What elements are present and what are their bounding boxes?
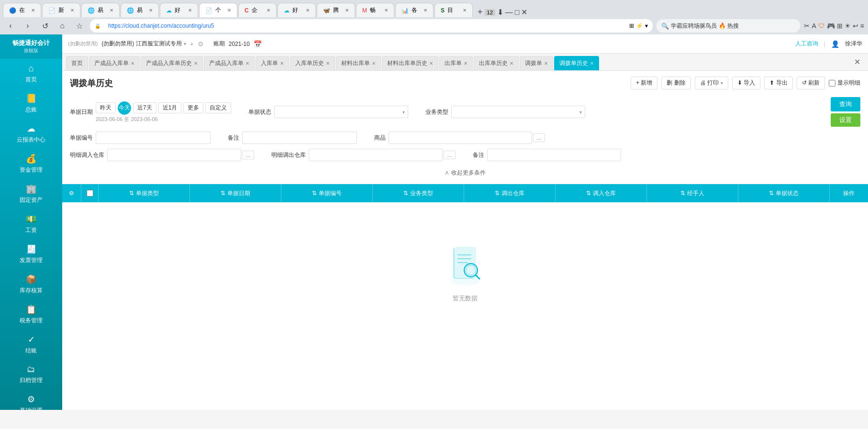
sidebar-item-fund[interactable]: 💰 资金管理: [0, 149, 62, 179]
home-btn[interactable]: ⌂: [56, 19, 69, 33]
add-company-btn[interactable]: +: [190, 40, 194, 48]
lightning-icon[interactable]: ⚡: [636, 22, 643, 29]
th-out-warehouse[interactable]: ⇅ 调出仓库: [464, 184, 556, 202]
browser-tab-active[interactable]: 📄 个 ✕: [199, 3, 237, 17]
reload-btn[interactable]: ↺: [38, 19, 52, 33]
page-tab-close-transfer-history[interactable]: ✕: [590, 61, 594, 66]
page-tab-close-product-in2[interactable]: ✕: [245, 61, 249, 66]
page-tab-transfer[interactable]: 调拨单 ✕: [520, 56, 553, 70]
tab-close-4[interactable]: ✕: [149, 8, 153, 13]
page-tab-product-in[interactable]: 产成品入库单 ✕: [89, 56, 140, 70]
tab-close-7[interactable]: ✕: [267, 8, 270, 13]
calendar-icon[interactable]: 📅: [254, 40, 262, 48]
shield-icon[interactable]: 🛡: [818, 22, 825, 30]
th-handler[interactable]: ⇅ 经手人: [647, 184, 738, 202]
page-tab-close-product-in[interactable]: ✕: [131, 61, 134, 66]
grid-icon[interactable]: ⊞: [837, 22, 843, 30]
page-tab-out-history[interactable]: 出库单历史 ✕: [474, 56, 519, 70]
sidebar-item-home[interactable]: ⌂ 首页: [0, 59, 62, 88]
sidebar-item-archive[interactable]: 🗂 归档管理: [0, 360, 62, 389]
th-doc-date[interactable]: ⇅ 单据日期: [190, 184, 281, 202]
page-tab-product-in-history[interactable]: 产成品入库单历史 ✕: [141, 56, 203, 70]
page-tab-close-transfer[interactable]: ✕: [544, 61, 548, 66]
browser-tab-3[interactable]: 🌐 易 ✕: [81, 3, 120, 17]
date-btn-more[interactable]: 更多: [183, 102, 203, 113]
close-btn[interactable]: ✕: [521, 8, 527, 17]
tab-count[interactable]: 12: [485, 9, 495, 16]
th-checkbox[interactable]: [81, 184, 99, 202]
page-tab-close-receipt[interactable]: ✕: [280, 61, 284, 66]
page-tab-out[interactable]: 出库单 ✕: [439, 56, 473, 70]
detail-out-more-btn[interactable]: …: [444, 151, 456, 159]
business-select[interactable]: ▾: [451, 106, 585, 118]
sidebar-item-fixed-assets[interactable]: 🏢 固定资产: [0, 179, 62, 209]
browser-tab-4[interactable]: 🌐 易 ✕: [121, 3, 159, 17]
page-tab-receipt[interactable]: 入库单 ✕: [256, 56, 289, 70]
detail-in-input[interactable]: [107, 149, 241, 161]
sidebar-item-settings[interactable]: ⚙ 基础设置: [0, 389, 62, 410]
remark2-input[interactable]: [487, 149, 621, 161]
sidebar-item-invoice[interactable]: 🧾 发票管理: [0, 239, 62, 269]
export-btn[interactable]: ⬆ 导出: [764, 77, 792, 89]
goods-input[interactable]: [389, 132, 532, 144]
downloads-icon[interactable]: ⬇: [497, 8, 503, 17]
tab-close-5[interactable]: ✕: [188, 8, 192, 13]
tab-close-8[interactable]: ✕: [306, 8, 310, 13]
tab-close-1[interactable]: ✕: [31, 8, 35, 13]
query-btn[interactable]: 查询: [831, 97, 860, 111]
display-toggle[interactable]: 显示明细: [829, 79, 860, 87]
detail-in-more-btn[interactable]: …: [242, 151, 254, 159]
page-tab-receipt-history[interactable]: 入库单历史 ✕: [290, 56, 335, 70]
browser-tab-9[interactable]: 🦋 腾 ✕: [317, 3, 355, 17]
tab-close-11[interactable]: ✕: [423, 8, 427, 13]
import-btn[interactable]: ⬇ 导入: [732, 77, 760, 89]
sidebar-item-ledger[interactable]: 📒 总账: [0, 88, 62, 119]
forward-btn[interactable]: ›: [21, 19, 34, 33]
tab-close-10[interactable]: ✕: [384, 8, 388, 13]
tab-close-3[interactable]: ✕: [110, 8, 113, 13]
date-btn-custom[interactable]: 自定义: [205, 102, 231, 113]
address-bar-container[interactable]: 🔒 ⊞ ⚡ ▾: [90, 19, 653, 33]
display-checkbox[interactable]: [829, 80, 835, 87]
tab-close-9[interactable]: ✕: [345, 8, 349, 13]
sidebar-item-payroll[interactable]: 💵 工资: [0, 209, 62, 239]
page-tab-close-receipt-history[interactable]: ✕: [326, 61, 330, 66]
sidebar-item-cloud-report[interactable]: ☁ 云报表中心: [0, 119, 62, 149]
print-btn[interactable]: 🖨 打印 ▾: [695, 77, 728, 89]
date-btn-yesterday[interactable]: 昨天: [96, 102, 116, 113]
browser-tab-8[interactable]: ☁ 好 ✕: [278, 3, 316, 17]
set-btn[interactable]: 设置: [831, 113, 860, 127]
date-btn-today[interactable]: 今天: [118, 101, 131, 115]
scissors-icon[interactable]: ✂: [804, 22, 810, 30]
browser-tab-2[interactable]: 📄 新 ✕: [42, 3, 80, 17]
remark-input[interactable]: [242, 132, 357, 144]
page-tab-close-out[interactable]: ✕: [464, 61, 467, 66]
undo-icon[interactable]: ↩: [853, 22, 858, 30]
new-btn[interactable]: + 新增: [631, 77, 657, 89]
page-tab-close-material-out[interactable]: ✕: [372, 61, 376, 66]
tab-close-12[interactable]: ✕: [463, 8, 467, 13]
game-icon[interactable]: 🎮: [827, 22, 835, 30]
maximize-btn[interactable]: □: [515, 8, 520, 17]
date-btn-1month[interactable]: 近1月: [158, 102, 182, 113]
translate-icon[interactable]: A: [812, 22, 816, 30]
page-tab-product-in2[interactable]: 产成品入库单 ✕: [204, 56, 255, 70]
refresh-btn[interactable]: ↺ 刷新: [797, 77, 825, 89]
page-tab-close-out-history[interactable]: ✕: [510, 61, 513, 66]
company-settings-icon[interactable]: ⚙: [198, 40, 204, 48]
dropdown-icon[interactable]: ▾: [645, 22, 648, 29]
goods-more-btn[interactable]: …: [533, 133, 545, 142]
page-tab-home[interactable]: 首页: [66, 56, 88, 70]
browser-tab-10[interactable]: M 畅 ✕: [356, 3, 394, 17]
browser-tab-7[interactable]: C 企 ✕: [238, 3, 277, 17]
tab-close-2[interactable]: ✕: [70, 8, 74, 13]
page-tab-close-material-out-history[interactable]: ✕: [429, 61, 433, 66]
page-tab-material-out-history[interactable]: 材料出库单历史 ✕: [382, 56, 438, 70]
close-all-tabs-btn[interactable]: ✕: [850, 57, 864, 66]
bookmark-btn[interactable]: ☆: [73, 19, 86, 33]
browser-tab-11[interactable]: 📊 各 ✕: [395, 3, 434, 17]
new-tab-btn[interactable]: +: [478, 7, 483, 17]
th-status[interactable]: ⇅ 单据状态: [738, 184, 830, 202]
doc-no-input[interactable]: [96, 132, 211, 144]
delete-btn[interactable]: 删 删除: [661, 77, 690, 89]
